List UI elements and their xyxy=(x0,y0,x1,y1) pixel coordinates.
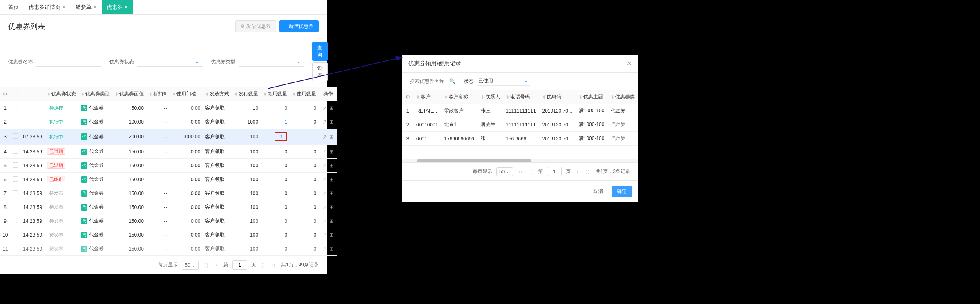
horizontal-scrollbar[interactable] xyxy=(402,159,638,162)
qr-icon[interactable]: ⊞ xyxy=(329,149,334,155)
qr-icon[interactable]: ⊞ xyxy=(329,134,334,140)
table-row[interactable]: 200010001北京1唐先生111111111112019120 70...满… xyxy=(402,118,638,132)
table-row[interactable]: 1待执行代代金券50.00--0.00客户领取1000↗⊞ xyxy=(0,101,337,115)
table-row[interactable]: 914 23:59待发布代代金券150.00--0.00客户领取10000↗⊞ xyxy=(0,214,337,228)
table-row[interactable]: 2执行中代代金券100.00--0.00客户领取100010↗⊞ xyxy=(0,115,337,129)
tab-销货单[interactable]: 销货单✕ xyxy=(71,0,102,14)
row-checkbox[interactable] xyxy=(13,162,18,168)
qr-icon[interactable]: ⊞ xyxy=(329,246,334,252)
table-row[interactable]: 307 23:59执行中代代金券200.00--1000.00客户领取10031… xyxy=(0,129,337,145)
open-icon[interactable]: ↗ xyxy=(322,232,327,238)
gear-icon[interactable]: ⚙ xyxy=(406,94,410,100)
column-header[interactable] xyxy=(20,87,45,101)
open-icon[interactable]: ↗ xyxy=(322,119,327,125)
row-checkbox[interactable] xyxy=(13,133,18,139)
filter-name-input[interactable] xyxy=(36,57,101,67)
table-row[interactable]: 414 23:59已过期代代金券150.00--0.00客户领取10000↗⊞ xyxy=(0,145,337,159)
add-coupon-button[interactable]: + 新增优惠券 xyxy=(279,20,319,32)
row-checkbox[interactable] xyxy=(13,218,18,223)
column-header[interactable]: ▲▼发行数量 xyxy=(232,87,261,101)
column-header[interactable]: ▲▼客户名称 xyxy=(442,90,478,104)
table-row[interactable]: 1RETAIL...零散客户张三111111111112019120 70...… xyxy=(402,104,638,118)
claimed-count-link[interactable]: 3 xyxy=(279,134,282,140)
column-header[interactable]: ▲▼使用门槛... xyxy=(170,87,203,101)
page-input[interactable] xyxy=(232,260,247,270)
first-page-button[interactable]: ⟨⟨ xyxy=(517,169,525,175)
column-header[interactable]: ▲▼客户... xyxy=(414,90,442,104)
issue-coupon-button[interactable]: ⚙发放优惠券 xyxy=(235,20,276,32)
open-icon[interactable]: ↗ xyxy=(322,246,327,252)
row-checkbox[interactable] xyxy=(13,232,18,237)
qr-icon[interactable]: ⊞ xyxy=(329,218,334,224)
open-icon[interactable]: ↗ xyxy=(322,218,327,224)
row-checkbox[interactable] xyxy=(13,204,18,209)
column-header[interactable]: ▲▼联系人 xyxy=(478,90,504,104)
column-header[interactable]: ▲▼电话号码 xyxy=(503,90,540,104)
column-header[interactable]: ▲▼优惠券状态 xyxy=(45,87,78,101)
qr-icon[interactable]: ⊞ xyxy=(329,119,334,125)
qr-icon[interactable]: ⊞ xyxy=(329,176,334,182)
row-checkbox[interactable] xyxy=(13,190,18,195)
next-page-button[interactable]: ⟩ xyxy=(260,262,266,268)
row-checkbox[interactable] xyxy=(13,176,18,182)
modal-status-select[interactable]: 已使用 ⌄ xyxy=(477,77,530,86)
tab-优惠券[interactable]: 优惠券✕ xyxy=(102,0,133,14)
column-header[interactable]: ⚙ xyxy=(0,87,10,101)
cancel-button[interactable]: 取消 xyxy=(588,186,608,197)
column-header[interactable]: ▲▼优惠券类型 xyxy=(78,87,112,101)
table-row[interactable]: 1114 23:59待发布代代金券150.00--0.00客户领取10000↗⊞ xyxy=(0,242,337,256)
close-icon[interactable]: ✕ xyxy=(62,4,66,10)
close-icon[interactable]: ✕ xyxy=(627,60,632,67)
row-checkbox[interactable] xyxy=(13,105,18,110)
table-row[interactable]: 514 23:59已过期代代金券150.00--0.00客户领取10000↗⊞ xyxy=(0,159,337,173)
qr-icon[interactable]: ⊞ xyxy=(329,105,334,111)
gear-icon[interactable]: ⚙ xyxy=(3,91,7,97)
per-page-select[interactable]: 50 ⌄ xyxy=(496,167,513,176)
prev-page-button[interactable]: ⟨ xyxy=(529,169,534,175)
open-icon[interactable]: ↗ xyxy=(322,176,327,182)
confirm-button[interactable]: 确定 xyxy=(612,186,632,197)
column-header[interactable]: ▲▼优惠主题 xyxy=(576,90,608,104)
checkbox-all[interactable] xyxy=(13,91,18,96)
row-checkbox[interactable] xyxy=(13,149,18,154)
next-page-button[interactable]: ⟩ xyxy=(575,169,580,175)
open-icon[interactable]: ↗ xyxy=(322,204,327,210)
tab-优惠券详情页[interactable]: 优惠券详情页✕ xyxy=(24,0,71,14)
column-header[interactable]: ▲▼发放方式 xyxy=(203,87,232,101)
open-icon[interactable]: ↗ xyxy=(322,190,327,196)
row-checkbox[interactable] xyxy=(13,119,18,124)
open-icon[interactable]: ↗ xyxy=(322,162,327,169)
table-row[interactable]: 3000117666666666张156 6666 ...2019120 70.… xyxy=(402,132,638,146)
column-header[interactable]: ▲▼优惠券类 xyxy=(608,90,638,104)
tab-首页[interactable]: 首页 xyxy=(3,0,24,14)
column-header[interactable] xyxy=(10,87,20,101)
open-icon[interactable]: ↗ xyxy=(322,105,327,111)
table-row[interactable]: 614 23:59已终止代代金券150.00--0.00客户领取10000↗⊞ xyxy=(0,173,337,186)
last-page-button[interactable]: ⟩⟩ xyxy=(270,262,277,268)
modal-search-input[interactable] xyxy=(410,78,449,84)
open-icon[interactable]: ↗ xyxy=(322,149,327,155)
per-page-select[interactable]: 50 ⌄ xyxy=(182,261,199,270)
last-page-button[interactable]: ⟩⟩ xyxy=(584,169,592,175)
column-header[interactable]: ⚙ xyxy=(402,90,414,104)
row-checkbox[interactable] xyxy=(13,246,18,251)
search-icon[interactable]: 🔍 xyxy=(449,78,455,84)
table-row[interactable]: 1014 23:59待发布代代金券150.00--0.00客户领取10000↗⊞ xyxy=(0,228,337,242)
column-header[interactable]: ▲▼优惠码 xyxy=(540,90,576,104)
table-row[interactable]: 714 23:59待发布代代金券150.00--0.00客户领取10000↗⊞ xyxy=(0,186,337,200)
table-row[interactable]: 814 23:59待发布代代金券150.00--0.00客户领取10000↗⊞ xyxy=(0,200,337,214)
prev-page-button[interactable]: ⟨ xyxy=(214,262,219,268)
scrollbar-thumb[interactable] xyxy=(417,159,531,162)
first-page-button[interactable]: ⟨⟨ xyxy=(203,262,210,268)
column-header[interactable]: ▲▼折扣% xyxy=(146,87,170,101)
page-input[interactable] xyxy=(547,167,562,176)
filter-status-select[interactable]: ⌄ xyxy=(137,57,203,67)
claimed-count-link[interactable]: 1 xyxy=(284,119,287,125)
qr-icon[interactable]: ⊞ xyxy=(329,162,334,169)
open-icon[interactable]: ↗ xyxy=(322,134,327,140)
qr-icon[interactable]: ⊞ xyxy=(329,204,334,210)
column-header[interactable]: ▲▼优惠券面值 xyxy=(112,87,146,101)
qr-icon[interactable]: ⊞ xyxy=(329,232,334,238)
close-icon[interactable]: ✕ xyxy=(93,4,97,10)
qr-icon[interactable]: ⊞ xyxy=(329,190,334,196)
